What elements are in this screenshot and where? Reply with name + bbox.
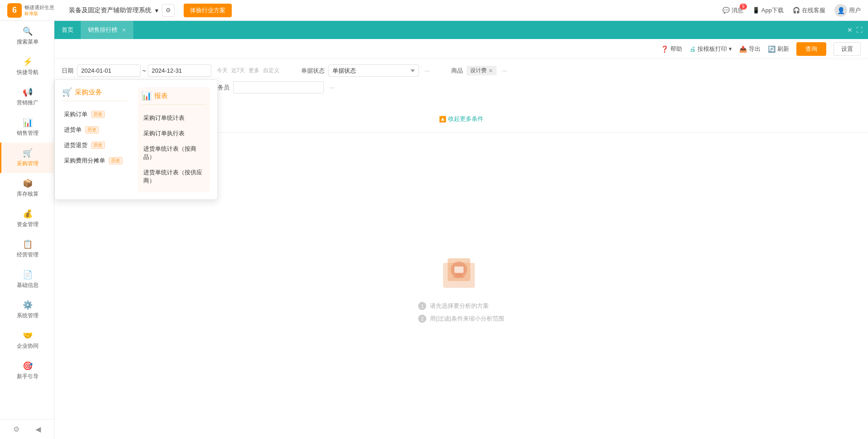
date-range: ~ [77,64,211,77]
avatar: 👤 [834,4,847,17]
menu-item-purchase-expense[interactable]: 采购费用分摊单 历史 [62,153,127,168]
sales-icon: 📊 [23,118,33,128]
sidebar-item-basic[interactable]: 📄 基础信息 [0,264,54,295]
query-button[interactable]: 查询 [796,42,826,56]
sidebar-item-operations[interactable]: 📋 经营管理 [0,234,54,264]
basic-icon: 📄 [23,270,33,280]
menu-item-incoming-stats-supplier[interactable]: 进货单统计表（按供应商） [141,165,206,188]
salesperson-input[interactable] [233,81,324,94]
doc-status-more-icon[interactable]: ··· [424,67,429,74]
svg-rect-5 [453,276,465,278]
logo-icon: 6 [7,3,22,18]
print-icon: 🖨 [689,45,696,53]
tab-home[interactable]: 首页 [54,21,81,39]
doc-status-filter: 单据状态 单据状态 ··· [301,64,429,77]
date-label: 日期 [62,67,73,75]
doc-status-label: 单据状态 [301,67,325,75]
operations-icon: 📋 [23,239,33,249]
sidebar-item-inventory[interactable]: 📦 库存核算 [0,173,54,203]
user-btn[interactable]: 👤 用户 [834,4,861,17]
menu-item-purchase-order-exec[interactable]: 采购订单执行表 [141,126,206,141]
help-btn[interactable]: ❓ 帮助 [661,45,682,53]
doc-status-select[interactable]: 单据状态 [328,64,419,77]
menu-item-purchase-order-stats[interactable]: 采购订单统计表 [141,110,206,126]
salesperson-filter: 业务员 ··· [212,81,334,94]
online-service-btn[interactable]: 🎧 在线客服 [793,6,825,15]
goods-filter: 商品 设计费 ✕ ··· [451,66,507,75]
marketing-icon: 📢 [23,87,33,97]
settings-bottom-btn[interactable]: ⚙ [13,425,20,434]
sidebar-item-sales[interactable]: 📊 销售管理 [0,112,54,143]
settings-button[interactable]: 设置 [834,42,861,56]
sidebar-item-system[interactable]: ⚙️ 系统管理 [0,295,54,325]
sidebar-item-newbie[interactable]: 🎯 新手引导 [0,355,54,386]
message-icon: 💬 [722,7,730,14]
date-filter: 日期 ~ 今天 近7天 更多 自定义 [62,64,279,77]
tab-sales-rank[interactable]: 销售排行榜 ✕ [81,21,133,39]
top-bar: 6 畅捷通好生意 标准版 装备及固定资产辅助管理系统 ▾ ⚙ 体验行业方案 💬 … [0,0,868,21]
date-start-input[interactable] [77,64,141,77]
menu-item-return[interactable]: 进货退货 历史 [62,138,127,153]
tab-close-all-icon[interactable]: ✕ [847,26,853,34]
help-icon: ❓ [661,45,668,53]
menu-item-purchase-order[interactable]: 采购订单 历史 [62,107,127,122]
sidebar-item-purchase[interactable]: 🛒 采购管理 [0,143,54,173]
menu-item-incoming[interactable]: 进货单 历史 [62,122,127,138]
search-icon: 🔍 [23,26,33,36]
sidebar-item-quick[interactable]: ⚡ 快捷导航 [0,51,54,82]
purchase-icon: 🛒 [23,148,33,158]
purchase-column-title: 🛒 采购业务 [62,87,127,101]
refresh-btn[interactable]: 🔄 刷新 [768,45,789,53]
week-btn[interactable]: 近7天 [231,67,245,74]
headset-icon: 🎧 [793,7,800,14]
tab-bar: 首页 销售排行榜 ✕ ✕ ⛶ [54,21,868,39]
sales-rank-tab-label: 销售排行榜 [88,26,117,34]
goods-tag: 设计费 ✕ [467,66,497,75]
sidebar-item-marketing[interactable]: 📢 营销推广 [0,82,54,112]
export-btn[interactable]: 📤 导出 [739,45,761,53]
purchase-column: 🛒 采购业务 采购订单 历史 进货单 历史 进货退货 历史 采购费用分摊单 历史 [62,87,127,192]
mobile-icon: 📱 [752,7,760,14]
newbie-icon: 🎯 [23,361,33,371]
reports-column-title: 📊 报表 [141,91,206,105]
empty-illustration [434,249,488,295]
tab-maximize-icon[interactable]: ⛶ [856,26,863,34]
reports-column: 📊 报表 采购订单统计表 采购订单执行表 进货单统计表（按商品） 进货单统计表（… [138,87,210,192]
svg-rect-4 [456,274,462,276]
more-date-btn[interactable]: 更多 [249,67,259,74]
quick-icon: ⚡ [23,57,33,67]
home-tab-label: 首页 [62,26,73,34]
system-title: 装备及固定资产辅助管理系统 [69,6,151,15]
industry-button[interactable]: 体验行业方案 [184,4,232,17]
collapse-filter-btn[interactable]: 🔼 收起更多条件 [439,115,483,123]
sidebar: 🔍 搜索菜单 ⚡ 快捷导航 📢 营销推广 📊 销售管理 🛒 采购管理 📦 库存核… [0,21,54,439]
purchase-col-icon: 🛒 [62,87,72,97]
title-arrow-icon[interactable]: ▾ [155,7,158,14]
menu-item-incoming-stats-goods[interactable]: 进货单统计表（按商品） [141,141,206,165]
enterprise-icon: 🤝 [23,330,33,340]
gear-button[interactable]: ⚙ [162,4,175,17]
goods-label: 商品 [451,67,463,75]
top-right-actions: 💬 消息 9 📱 App下载 🎧 在线客服 👤 用户 [722,4,861,17]
sidebar-item-search[interactable]: 🔍 搜索菜单 [0,21,54,51]
purchase-dropdown-menu: 🛒 采购业务 采购订单 历史 进货单 历史 进货退货 历史 采购费用分摊单 历史… [54,79,218,200]
goods-more-icon[interactable]: ··· [502,67,507,74]
date-end-input[interactable] [148,64,211,77]
collapse-sidebar-btn[interactable]: ◀ [35,425,41,434]
today-btn[interactable]: 今天 [217,67,228,74]
export-icon: 📤 [739,45,747,53]
notifications-btn[interactable]: 💬 消息 9 [722,6,743,15]
salesperson-more-icon[interactable]: ··· [329,84,334,91]
logo-text: 畅捷通好生意 标准版 [24,4,54,16]
print-dropdown-icon[interactable]: ▾ [729,45,732,52]
sidebar-item-finance[interactable]: 💰 资金管理 [0,203,54,234]
sidebar-item-enterprise[interactable]: 🤝 企业协同 [0,325,54,355]
goods-tag-close[interactable]: ✕ [488,68,493,74]
system-title-area: 装备及固定资产辅助管理系统 ▾ ⚙ 体验行业方案 [62,4,722,17]
app-download-btn[interactable]: 📱 App下载 [752,6,784,15]
custom-date-btn[interactable]: 自定义 [263,67,279,74]
print-btn[interactable]: 🖨 按模板打印 ▾ [689,45,732,53]
tab-bar-right: ✕ ⛶ [847,26,863,34]
tab-close-icon[interactable]: ✕ [122,27,126,33]
sidebar-bottom: ⚙ ◀ [0,419,54,439]
